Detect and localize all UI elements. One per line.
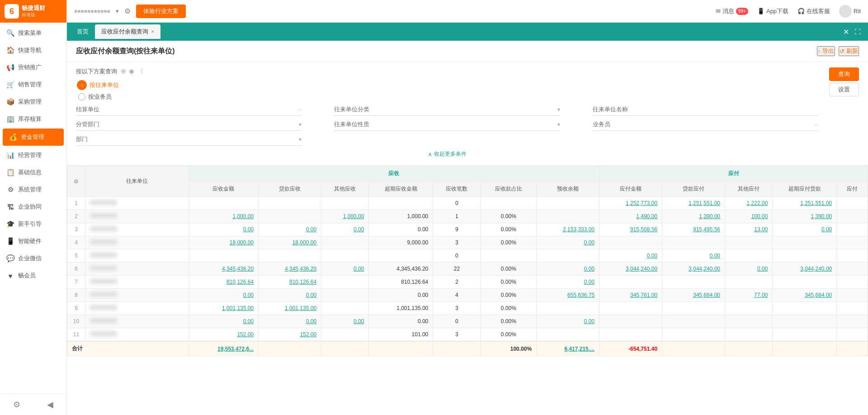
header-dropdown-icon[interactable]: ▾ — [116, 8, 119, 14]
total-ar-prepay[interactable]: 6,417,215.... — [537, 341, 599, 356]
add-filter-icon[interactable]: ⊕ — [121, 67, 126, 76]
table-row: 9 1,001,135.00 1,001,135.00 1,001,135.00… — [67, 302, 868, 315]
dept-manager-field[interactable]: 分管部门 ▾ — [76, 120, 302, 131]
username: Rit — [854, 8, 861, 14]
table-row: 5 0 0.00 0.00 — [67, 249, 868, 262]
page-header: 应收应付余额查询(按往来单位) ↑ 导出 ↺ 刷新 — [67, 41, 868, 62]
col-ar-count: 应收笔数 — [433, 181, 481, 197]
tab-maximize-icon[interactable]: ⛶ — [854, 28, 861, 35]
settings-button[interactable]: 设置 — [829, 83, 859, 96]
col-group-ap: 应付 — [599, 166, 868, 181]
total-ar-overdue — [369, 341, 433, 356]
sidebar-item-wechat[interactable]: 💬 企业微信 — [0, 250, 66, 267]
total-ap-loan — [662, 341, 725, 356]
sidebar-item-basic[interactable]: 📋 基础信息 — [0, 164, 66, 181]
headset-icon: 🎧 — [797, 8, 805, 14]
col-header-partner: 往来单位 — [85, 166, 189, 197]
col-ap-extra: 应付 — [837, 181, 868, 197]
query-button[interactable]: 查询 — [829, 67, 859, 81]
total-ar-amount[interactable]: 19,553,472,6... — [189, 341, 258, 356]
refresh-button[interactable]: ↺ 刷新 — [839, 46, 859, 56]
settings-bottom-icon[interactable]: ⚙ — [9, 398, 24, 411]
view-by-partner[interactable]: ☆ 按往来单位 — [77, 80, 818, 90]
settlement-unit-field[interactable]: 结算单位 ··· — [76, 105, 302, 116]
sidebar-item-quicknav[interactable]: 🏠 快捷导航 — [0, 42, 66, 59]
user-avatar-area[interactable]: Rit — [839, 5, 861, 18]
col-ar-other: 其他应收 — [321, 181, 369, 197]
filter-label: 按以下方案查询 ⊕ ◉ 《 — [76, 67, 818, 76]
purchase-icon: 📦 — [6, 98, 14, 106]
sidebar-item-sales[interactable]: 🛒 销售管理 — [0, 76, 66, 93]
sidebar-item-finance[interactable]: 💰 资金管理 — [3, 129, 64, 146]
collapse-button[interactable]: ∧ 收起更多条件 — [76, 148, 818, 160]
radio-staff — [78, 93, 85, 100]
total-label: 合计 — [67, 341, 189, 356]
view-by-staff[interactable]: 按业务员 — [78, 93, 818, 101]
table-row: 8 0.00 0.00 0.00 4 0.00% 655,636.75 345,… — [67, 289, 868, 302]
sidebar-item-purchase[interactable]: 📦 采购管理 — [0, 93, 66, 110]
dept-manager-dropdown: ▾ — [299, 121, 302, 128]
sidebar-bottom: ⚙ ◀ — [0, 394, 66, 415]
col-group-ar: 应收 — [189, 166, 599, 181]
column-settings-icon[interactable]: ⚙ — [74, 178, 79, 185]
table-row: 6 4,345,436.20 4,345,436.20 0.00 4,345,4… — [67, 262, 868, 276]
partner-category-field[interactable]: 往来单位分类 ▾ — [334, 105, 560, 116]
wechat-icon: 💬 — [6, 254, 14, 262]
search-icon: 🔍 — [6, 29, 14, 37]
finance-icon: 💰 — [9, 133, 17, 141]
table-row: 7 810,126.64 810,126.64 810,126.64 2 0.0… — [67, 276, 868, 289]
salesman-dots: ··· — [814, 121, 818, 128]
total-ap-overdue — [773, 341, 837, 356]
tab-ar-ap[interactable]: 应收应付余额查询 × — [95, 24, 160, 39]
data-table: ⚙ 往来单位 应收 应付 应收金额 贷款应收 其他应收 超期应收金额 应收笔数 … — [67, 166, 868, 356]
tab-close-window-icon[interactable]: ✕ — [843, 28, 849, 36]
system-icon: ⚙ — [6, 186, 14, 194]
total-ar-ratio: 100.00% — [481, 341, 537, 356]
phone-icon: 📱 — [757, 8, 764, 14]
table-row: 11 152.00 152.00 101.00 3 0.00% — [67, 328, 868, 342]
dept-field[interactable]: 部门 ▾ — [76, 135, 302, 146]
col-ar-loan: 贷款应收 — [259, 181, 321, 197]
tab-close-icon[interactable]: × — [151, 29, 154, 35]
main-content: 应收应付余额查询(按往来单位) ↑ 导出 ↺ 刷新 按以下方案查询 ⊕ ◉ 《 — [67, 41, 868, 415]
sidebar-item-search[interactable]: 🔍 搜索菜单 — [0, 24, 66, 42]
sidebar-item-guide[interactable]: 🎓 新手引导 — [0, 215, 66, 233]
page-actions: ↑ 导出 ↺ 刷新 — [817, 46, 859, 56]
sidebar-logo: 6 畅捷通财 标准版 — [0, 0, 66, 23]
sidebar-item-marketing[interactable]: 📢 营销推广 — [0, 59, 66, 76]
message-button[interactable]: ✉ 消息 99+ — [716, 7, 748, 15]
partner-icon: ☆ — [80, 83, 84, 88]
total-ar-count — [433, 341, 481, 356]
sidebar-item-system[interactable]: ⚙ 系统管理 — [0, 181, 66, 198]
tab-home[interactable]: 首页 — [71, 24, 95, 39]
sidebar-item-operations[interactable]: 📊 经营管理 — [0, 147, 66, 164]
col-ap-overdue: 超期应付货款 — [773, 181, 837, 197]
app-download-button[interactable]: 📱 App下载 — [757, 7, 788, 15]
table-row: 1 0 1,252,773.00 1,251,551.00 1,222.00 1… — [67, 197, 868, 210]
total-ap-other — [725, 341, 773, 356]
collapse-sidebar-icon[interactable]: ◀ — [43, 398, 57, 411]
online-service-button[interactable]: 🎧 在线客服 — [797, 7, 830, 15]
col-ap-other: 其他应付 — [725, 181, 773, 197]
message-badge: 99+ — [736, 8, 748, 15]
settlement-unit-dots: ··· — [297, 106, 302, 113]
export-button[interactable]: ↑ 导出 — [817, 46, 835, 56]
sidebar-item-enterprise[interactable]: 🏗 企业协同 — [0, 198, 66, 215]
sidebar-item-hardware[interactable]: 📱 智能硬件 — [0, 233, 66, 250]
tab-bar: 首页 应收应付余额查询 × ✕ ⛶ — [67, 23, 868, 41]
collapse-filter-icon[interactable]: 《 — [137, 67, 143, 76]
edit-filter-icon[interactable]: ◉ — [129, 67, 134, 76]
header-right: ✉ 消息 99+ 📱 App下载 🎧 在线客服 Rit — [716, 5, 861, 18]
sidebar-item-inventory[interactable]: 🏢 库存核算 — [0, 110, 66, 128]
partner-nature-field[interactable]: 往来单位性质 ▾ — [334, 120, 560, 131]
sidebar-item-member[interactable]: ♥ 畅会员 — [0, 267, 66, 284]
total-ar-loan — [259, 341, 321, 356]
total-ap-amount: -654,751.40 — [599, 341, 662, 356]
partner-name-field[interactable]: 往来单位名称 — [593, 105, 818, 116]
salesman-field[interactable]: 业务员 ··· — [593, 120, 818, 131]
table-row: 4 18,000.00 18,000.00 9,000.00 3 0.00% 0… — [67, 236, 868, 249]
promo-button[interactable]: 体验行业方案 — [136, 5, 186, 18]
export-icon: ↑ — [818, 48, 821, 55]
header-gear-icon[interactable]: ⚙ — [124, 7, 131, 15]
table-container: ⚙ 往来单位 应收 应付 应收金额 贷款应收 其他应收 超期应收金额 应收笔数 … — [67, 166, 868, 415]
